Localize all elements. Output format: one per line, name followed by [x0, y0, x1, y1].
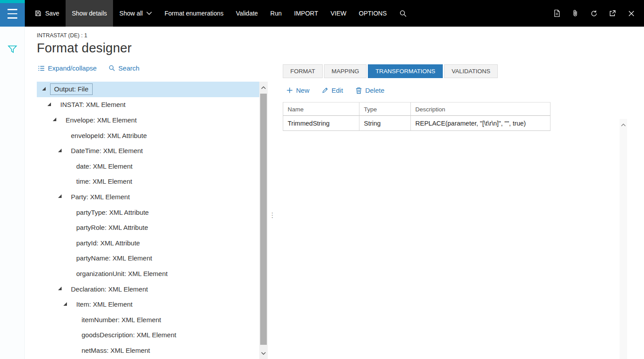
expand-collapse-button[interactable]: Expand/collapse	[38, 64, 97, 72]
show-details-label: Show details	[72, 10, 107, 17]
tree-item[interactable]: goodsDescription: XML Element	[37, 327, 259, 343]
tree-item[interactable]: itemNumber: XML Element	[37, 312, 259, 327]
document-button[interactable]	[547, 0, 566, 27]
tree-item-label: partyRole: XML Attribute	[75, 224, 149, 231]
chevron-up-icon	[621, 123, 626, 126]
tree-item[interactable]: Declaration: XML Element	[37, 281, 259, 297]
new-button[interactable]: New	[286, 87, 309, 94]
tree-list-icon	[38, 65, 45, 72]
tree-item[interactable]: Party: XML Element	[37, 189, 259, 205]
column-header-type[interactable]: Type	[359, 103, 410, 116]
transformations-table: Name Type Description TrimmedString Stri…	[283, 102, 550, 131]
tree-item-label: netMass: XML Element	[81, 347, 151, 354]
delete-button[interactable]: Delete	[355, 87, 384, 94]
tab-format[interactable]: FORMAT	[283, 64, 323, 78]
tree-expander-icon[interactable]	[58, 195, 70, 198]
cell-description[interactable]: REPLACE(parameter, "[\t\r\n]", "", true)	[410, 116, 550, 131]
panel-splitter-handle[interactable]: ⋮	[269, 212, 276, 218]
tree-item-label: Declaration: XML Element	[70, 285, 149, 293]
run-button[interactable]: Run	[264, 0, 288, 27]
tree-item[interactable]: time: XML Element	[37, 174, 259, 189]
refresh-icon	[590, 10, 598, 17]
validate-button[interactable]: Validate	[230, 0, 264, 27]
edit-button[interactable]: Edit	[322, 87, 343, 94]
scroll-up-button[interactable]	[259, 82, 268, 93]
cell-name[interactable]: TrimmedString	[283, 116, 359, 131]
format-designer-page: INTRASTAT (DE) : 1 Format designer Expan…	[25, 27, 644, 359]
tree-item[interactable]: partyName: XML Element	[37, 251, 259, 266]
show-all-label: Show all	[119, 10, 143, 17]
refresh-button[interactable]	[585, 0, 603, 27]
detail-panel: FORMAT MAPPING TRANSFORMATIONS VALIDATIO…	[283, 64, 644, 359]
tree-search-label: Search	[118, 64, 140, 72]
save-button[interactable]: Save	[28, 0, 66, 27]
window-controls	[547, 0, 644, 27]
attach-button[interactable]	[566, 0, 585, 27]
tree-item[interactable]: Output: File	[37, 82, 259, 97]
tree-item[interactable]: DateTime: XML Element	[37, 143, 259, 158]
table-header-row: Name Type Description	[283, 103, 550, 116]
tree-item[interactable]: INSTAT: XML Element	[37, 97, 259, 113]
save-icon	[35, 10, 42, 17]
close-button[interactable]	[622, 0, 640, 27]
table-body: TrimmedString String REPLACE(parameter, …	[283, 116, 550, 131]
scroll-down-button[interactable]	[259, 347, 268, 359]
tree-item-label: INSTAT: XML Element	[59, 101, 126, 108]
column-header-name[interactable]: Name	[283, 103, 359, 116]
scrollbar-thumb[interactable]	[260, 94, 267, 345]
tree-item[interactable]: envelopeId: XML Attribute	[37, 128, 259, 143]
format-tree: Output: FileINSTAT: XML ElementEnvelope:…	[37, 82, 259, 359]
show-all-dropdown[interactable]: Show all	[113, 0, 158, 27]
options-menu[interactable]: OPTIONS	[353, 0, 393, 27]
popout-icon	[609, 10, 616, 17]
tree-expander-icon[interactable]	[58, 288, 70, 290]
page-header: INTRASTAT (DE) : 1 Format designer	[37, 32, 132, 55]
column-header-description[interactable]: Description	[410, 103, 550, 116]
page-title: Format designer	[37, 41, 132, 55]
tree-item-label: Output: File	[50, 83, 93, 95]
tree-item[interactable]: organizationUnit: XML Element	[37, 266, 259, 281]
detail-tabs: FORMAT MAPPING TRANSFORMATIONS VALIDATIO…	[283, 64, 644, 78]
tab-validations[interactable]: VALIDATIONS	[444, 64, 498, 78]
tree-expander-icon[interactable]	[47, 103, 59, 106]
table-row[interactable]: TrimmedString String REPLACE(parameter, …	[283, 116, 550, 131]
tree-item[interactable]: date: XML Element	[37, 158, 259, 174]
cell-type[interactable]: String	[359, 116, 410, 131]
scroll-up-button[interactable]	[620, 119, 627, 130]
format-enumerations-button[interactable]: Format enumerations	[158, 0, 230, 27]
top-navigation-bar: Save Show details Show all Format enumer…	[0, 0, 644, 27]
tab-transformations[interactable]: TRANSFORMATIONS	[368, 64, 443, 78]
tree-item[interactable]: Envelope: XML Element	[37, 112, 259, 128]
filter-icon[interactable]	[8, 45, 17, 54]
tab-mapping[interactable]: MAPPING	[324, 64, 367, 78]
show-details-button[interactable]: Show details	[66, 0, 113, 27]
detail-scrollbar[interactable]	[620, 119, 627, 359]
tree-expander-icon[interactable]	[58, 150, 70, 152]
tree-item-label: organizationUnit: XML Element	[75, 270, 168, 277]
chevron-down-icon	[146, 12, 152, 15]
tree-toolbar: Expand/collapse Search	[38, 64, 140, 72]
left-navigation-rail	[0, 27, 25, 359]
tree-item[interactable]: partyRole: XML Attribute	[37, 220, 259, 235]
tree-expander-icon[interactable]	[53, 118, 65, 121]
hamburger-icon	[8, 9, 17, 10]
expand-collapse-label: Expand/collapse	[48, 64, 97, 72]
tree-item[interactable]: partyId: XML Attribute	[37, 235, 259, 251]
tree-item-label: envelopeId: XML Attribute	[70, 132, 148, 139]
popout-button[interactable]	[603, 0, 622, 27]
tree-item[interactable]: partyType: XML Attribute	[37, 205, 259, 220]
tree-search-button[interactable]: Search	[109, 64, 140, 72]
accent-strip	[0, 0, 25, 3]
tree-scrollbar[interactable]	[259, 82, 268, 359]
tree-expander-icon[interactable]	[63, 303, 75, 306]
view-menu[interactable]: VIEW	[324, 0, 353, 27]
chevron-up-icon	[261, 86, 266, 89]
action-search-button[interactable]	[393, 0, 413, 27]
hamburger-menu-button[interactable]	[0, 0, 25, 27]
tree-item-label: partyType: XML Attribute	[75, 209, 150, 216]
tree-item[interactable]: netMass: XML Element	[37, 343, 259, 358]
tree-item[interactable]: Item: XML Element	[37, 296, 259, 312]
import-menu[interactable]: IMPORT	[288, 0, 324, 27]
chevron-down-icon	[261, 352, 266, 355]
plus-icon	[286, 87, 293, 94]
